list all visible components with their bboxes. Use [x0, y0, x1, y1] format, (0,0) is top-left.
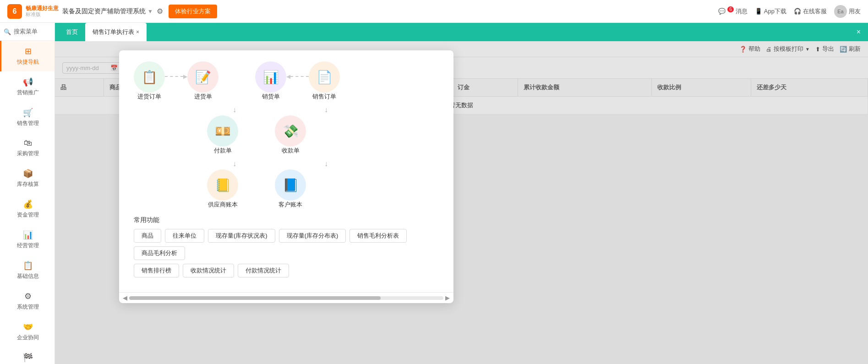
marketing-icon: 📢 — [23, 77, 33, 87]
sidebar-item-purchase[interactable]: 🛍 采购管理 — [0, 133, 55, 163]
sidebar-search[interactable]: 🔍 搜索菜单 — [0, 23, 55, 41]
flow-arrows-down-2: ↓ ↓ — [134, 160, 439, 168]
guide-icon: 🏁 — [23, 353, 33, 363]
tab-sales-order-exec[interactable]: 销售订单执行表 × — [85, 23, 147, 41]
func-btn-receipt-stats[interactable]: 收款情况统计 — [183, 264, 234, 277]
func-btn-sales-ranking[interactable]: 销售排行榜 — [134, 264, 179, 277]
main-content: 首页 销售订单执行表 × × ❓ 帮助 🖨 按模板打印 ▼ — [55, 23, 868, 364]
func-btn-stock-dist[interactable]: 现存量(库存分布表) — [279, 229, 346, 243]
purchase-circle: 📝 — [187, 61, 218, 92]
sidebar-item-system[interactable]: ⚙ 系统管理 — [0, 286, 55, 316]
spacer3 — [262, 106, 299, 114]
flow-node-supplier-account[interactable]: 📒 供应商账本 — [207, 169, 238, 209]
message-icon: 💬 — [718, 8, 726, 15]
purchase-icon: 📝 — [195, 70, 211, 85]
spacer2 — [189, 106, 207, 114]
finance-icon: 💰 — [23, 199, 33, 209]
tab-bar-close-icon[interactable]: × — [853, 28, 864, 36]
app-download-action[interactable]: 📱 App下载 — [755, 7, 786, 16]
func-btn-stock-status[interactable]: 现存量(库存状况表) — [208, 229, 275, 243]
sidebar-item-operations[interactable]: 📊 经营管理 — [0, 224, 55, 255]
supplier-account-icon: 📒 — [215, 178, 231, 193]
customer-account-circle: 📘 — [275, 169, 306, 201]
sidebar-item-cooperation[interactable]: 🤝 企业协同 — [0, 316, 55, 347]
gear-icon[interactable]: ⚙ — [157, 7, 163, 16]
customer-account-icon: 📘 — [283, 178, 299, 193]
logo-text: 畅康通好生意 标准版 — [26, 5, 59, 18]
receipt-label: 收款单 — [282, 147, 300, 155]
online-service-action[interactable]: 🎧 在线客服 — [794, 7, 827, 16]
top-header: 6 畅康通好生意 标准版 装备及固定资产辅助管理系统 ▼ ⚙ 体验行业方案 💬 … — [0, 0, 868, 23]
purchase-order-icon: 📋 — [142, 70, 158, 85]
flow-node-sales-order[interactable]: 📄 销售订单 — [309, 61, 340, 101]
sales-order-circle: 📄 — [309, 61, 340, 92]
flow-node-sales[interactable]: 📊 销货单 — [255, 61, 286, 101]
scrollbar-thumb — [129, 296, 381, 300]
phone-icon: 📱 — [755, 8, 762, 15]
message-action[interactable]: 💬 6 消息 — [718, 7, 748, 16]
sales-circle: 📊 — [255, 61, 286, 92]
sales-icon: 🛒 — [23, 108, 33, 118]
flow-arrows-down-1: ↓ ↓ — [134, 106, 439, 114]
sidebar-item-quick-nav[interactable]: ⊞ 快捷导航 — [0, 41, 55, 71]
flow-row-1: 📋 进货订单 ▶ — [134, 61, 439, 101]
basicinfo-icon: 📋 — [23, 261, 33, 271]
user-area[interactable]: Ea 用友 — [834, 5, 861, 18]
sidebar-item-sales[interactable]: 🛒 销售管理 — [0, 102, 55, 133]
sidebar-item-basic-info[interactable]: 📋 基础信息 — [0, 255, 55, 286]
trial-button[interactable]: 体验行业方案 — [169, 5, 217, 18]
sidebar-item-marketing[interactable]: 📢 营销推广 — [0, 71, 55, 102]
flow-gap — [218, 76, 255, 86]
modal-body: 📋 进货订单 ▶ — [119, 50, 453, 292]
modal-popup: 📋 进货订单 ▶ — [119, 50, 453, 303]
sidebar-item-guide[interactable]: 🏁 新手引导 — [0, 347, 55, 364]
payment-icon: 💴 — [215, 124, 231, 139]
down-arrow-payment: ↓ — [207, 160, 262, 168]
func-btn-payment-stats[interactable]: 付款情况统计 — [238, 264, 289, 277]
flow-node-receipt[interactable]: 💸 收款单 — [275, 115, 306, 155]
func-btn-partner[interactable]: 往来单位 — [165, 229, 204, 243]
flow-diagram: 📋 进货订单 ▶ — [134, 61, 439, 209]
payment-label: 付款单 — [214, 147, 232, 155]
grid-icon: ⊞ — [25, 46, 32, 56]
spacer1 — [134, 106, 189, 114]
common-functions: 常用功能 商品 往来单位 现存量(库存状况表) 现存量(库存分布表) 销售毛利分… — [134, 216, 439, 277]
sidebar-item-inventory[interactable]: 📦 库存核算 — [0, 163, 55, 194]
search-icon: 🔍 — [4, 28, 11, 35]
supplier-account-label: 供应商账本 — [208, 201, 238, 209]
system-title[interactable]: 装备及固定资产辅助管理系统 ▼ — [62, 7, 153, 16]
logo-area: 6 畅康通好生意 标准版 — [7, 4, 62, 19]
func-buttons-row2: 销售排行榜 收款情况统计 付款情况统计 — [134, 264, 439, 277]
scroll-right-icon[interactable]: ▶ — [445, 294, 450, 301]
sidebar: 🔍 搜索菜单 ⊞ 快捷导航 📢 营销推广 🛒 销售管理 🛍 采购管理 📦 库存核… — [0, 23, 55, 364]
scroll-left-icon[interactable]: ◀ — [123, 294, 127, 301]
receipt-icon: 💸 — [283, 124, 299, 139]
app-logo-icon: 6 — [7, 4, 22, 19]
header-right: 💬 6 消息 📱 App下载 🎧 在线客服 Ea 用友 — [718, 5, 861, 18]
func-btn-product[interactable]: 商品 — [134, 229, 161, 243]
spacer8 — [189, 160, 207, 168]
common-functions-title: 常用功能 — [134, 216, 439, 224]
sales-order-icon: 📄 — [317, 70, 333, 85]
headset-icon: 🎧 — [794, 8, 801, 15]
sales-order-label: 销售订单 — [312, 92, 336, 101]
flow-node-payment[interactable]: 💴 付款单 — [207, 115, 238, 155]
inventory-icon: 📦 — [23, 168, 33, 179]
operations-icon: 📊 — [23, 230, 33, 240]
tab-home[interactable]: 首页 — [59, 23, 85, 41]
func-btn-sales-profit[interactable]: 销售毛利分析表 — [349, 229, 407, 243]
payment-circle: 💴 — [207, 115, 238, 147]
supplier-account-circle: 📒 — [207, 169, 238, 201]
tab-close-icon[interactable]: × — [136, 29, 139, 35]
down-arrow-sales: ↓ — [299, 106, 354, 114]
sidebar-item-finance[interactable]: 💰 资金管理 — [0, 194, 55, 224]
purchase-icon: 🛍 — [24, 138, 32, 148]
flow-node-customer-account[interactable]: 📘 客户账本 — [275, 169, 306, 209]
main-layout: 🔍 搜索菜单 ⊞ 快捷导航 📢 营销推广 🛒 销售管理 🛍 采购管理 📦 库存核… — [0, 23, 868, 364]
flow-node-purchase-order[interactable]: 📋 进货订单 — [134, 61, 165, 101]
down-arrow-receipt: ↓ — [299, 160, 354, 168]
sales-label: 销货单 — [262, 92, 280, 101]
func-btn-product-profit[interactable]: 商品毛利分析 — [134, 246, 185, 260]
tab-bar: 首页 销售订单执行表 × × — [55, 23, 868, 41]
flow-node-purchase[interactable]: 📝 进货单 — [187, 61, 218, 101]
